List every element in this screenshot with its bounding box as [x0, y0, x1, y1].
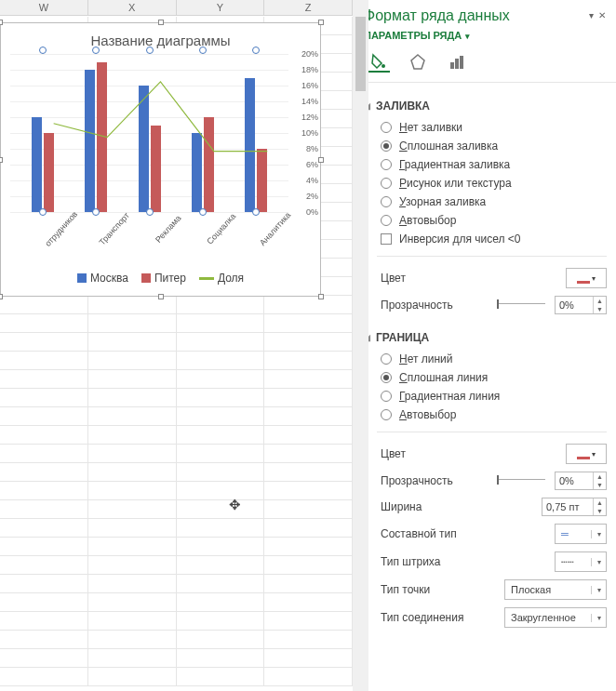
radio-icon	[381, 196, 392, 207]
bar-series-1[interactable]	[192, 133, 202, 212]
spreadsheet-area: W X Y Z	[0, 0, 354, 691]
radio-icon	[381, 140, 392, 152]
col-header[interactable]: W	[0, 0, 88, 15]
join-type-combo[interactable]: Закругленное▾	[504, 607, 607, 628]
chart-title[interactable]: Название диаграммы	[1, 23, 320, 54]
dash-type-label: Тип штриха	[381, 555, 545, 568]
border-color-picker[interactable]: ▾	[566, 444, 607, 464]
join-type-label: Тип соединения	[381, 611, 495, 624]
tab-series-options[interactable]	[446, 52, 468, 73]
resize-handle[interactable]	[0, 20, 3, 25]
dash-style-icon: ┄┄	[556, 556, 591, 568]
border-option[interactable]: Сплошная линия	[364, 368, 616, 387]
scrollbar-thumb[interactable]	[355, 17, 366, 91]
transparency-input[interactable]: 0%▲▼	[555, 296, 607, 314]
resize-handle[interactable]	[318, 157, 324, 163]
resize-handle[interactable]	[0, 294, 3, 299]
transparency-slider[interactable]	[499, 479, 545, 483]
pane-title: Формат ряда данных	[364, 7, 510, 24]
resize-handle[interactable]	[0, 157, 3, 163]
tab-fill-line[interactable]	[368, 52, 390, 73]
compound-type-combo[interactable]: ═▾	[555, 524, 607, 544]
compound-type-label: Составной тип	[381, 527, 545, 540]
fill-color-picker[interactable]: ▾	[566, 268, 607, 288]
radio-icon	[381, 409, 392, 420]
spinner-up-icon[interactable]: ▲	[593, 498, 606, 507]
transparency-input[interactable]: 0%▲▼	[555, 472, 607, 490]
bar-series-1[interactable]	[245, 78, 255, 213]
section-border-header[interactable]: ◢Граница	[364, 326, 616, 350]
border-width-label: Ширина	[381, 500, 532, 513]
tab-effects[interactable]	[407, 52, 429, 73]
resize-handle[interactable]	[158, 294, 164, 299]
width-input[interactable]: 0,75 пт▲▼	[542, 498, 607, 516]
fill-option[interactable]: Автовыбор	[364, 211, 616, 230]
radio-icon	[381, 353, 392, 365]
pane-tabs	[355, 48, 616, 83]
dash-type-combo[interactable]: ┄┄▾	[555, 551, 607, 572]
format-pane: Формат ряда данных ▾ ✕ Параметры ряда ◢З…	[354, 0, 616, 691]
radio-icon	[381, 391, 392, 402]
col-header[interactable]: Y	[177, 0, 265, 15]
border-option[interactable]: Нет линий	[364, 350, 616, 368]
line-style-icon: ═	[556, 528, 591, 539]
spinner-up-icon[interactable]: ▲	[593, 472, 606, 481]
fill-option[interactable]: Нет заливки	[364, 118, 616, 137]
bar-series-2[interactable]	[151, 126, 161, 213]
spinner-down-icon[interactable]: ▼	[593, 507, 606, 515]
border-transparency-label: Прозрачность	[381, 474, 489, 487]
legend-label: Питер	[154, 272, 186, 285]
fill-option[interactable]: Сплошная заливка	[364, 137, 616, 155]
fill-option[interactable]: Рисунок или текстура	[364, 174, 616, 193]
cell-cursor-icon: ✥	[229, 497, 241, 513]
close-icon[interactable]: ✕	[597, 11, 607, 20]
bar-series-2[interactable]	[204, 117, 214, 212]
resize-handle[interactable]	[318, 20, 324, 25]
section-fill-header[interactable]: ◢Заливка	[364, 94, 616, 118]
invert-negative-checkbox[interactable]: Инверсия для чисел <0	[364, 230, 616, 248]
bar-series-1[interactable]	[139, 86, 149, 212]
legend-swatch	[141, 273, 151, 283]
svg-point-0	[382, 64, 385, 68]
fill-option[interactable]: Градиентная заливка	[364, 155, 616, 174]
radio-icon	[381, 372, 392, 383]
border-option[interactable]: Градиентная линия	[364, 387, 616, 405]
pane-options-icon[interactable]: ▾	[586, 11, 596, 20]
resize-handle[interactable]	[158, 20, 164, 25]
spinner-up-icon[interactable]: ▲	[593, 297, 606, 305]
paint-bucket-icon	[577, 448, 590, 459]
column-headers: W X Y Z	[0, 0, 353, 16]
bar-series-1[interactable]	[32, 117, 42, 212]
embedded-chart[interactable]: Название диаграммы 0%2%4%6%8%10%12%14%16…	[0, 22, 321, 297]
svg-marker-1	[411, 55, 424, 69]
fill-transparency-label: Прозрачность	[381, 299, 489, 312]
spinner-down-icon[interactable]: ▼	[593, 481, 606, 489]
fill-option[interactable]: Узорная заливка	[364, 193, 616, 211]
svg-rect-3	[455, 59, 459, 69]
y-axis: 0%2%4%6%8%10%12%14%16%18%20%	[290, 54, 318, 212]
cap-type-combo[interactable]: Плоская▾	[504, 579, 607, 600]
col-header[interactable]: Z	[264, 0, 353, 15]
resize-handle[interactable]	[318, 294, 324, 299]
svg-rect-2	[450, 62, 454, 69]
legend-label: Москва	[90, 272, 128, 285]
col-header[interactable]: X	[88, 0, 177, 15]
spinner-down-icon[interactable]: ▼	[593, 305, 606, 313]
bar-series-2[interactable]	[97, 62, 107, 213]
radio-icon	[381, 159, 392, 170]
series-options-dropdown[interactable]: Параметры ряда	[355, 28, 616, 48]
border-option[interactable]: Автовыбор	[364, 405, 616, 424]
bar-series-1[interactable]	[85, 70, 95, 212]
pane-body: ◢Заливка Нет заливкиСплошная заливкаГрад…	[355, 83, 616, 691]
radio-icon	[381, 215, 392, 226]
vertical-scrollbar[interactable]	[353, 0, 368, 691]
transparency-slider[interactable]	[499, 303, 545, 307]
legend-label: Доля	[218, 272, 244, 285]
svg-rect-4	[460, 56, 463, 69]
radio-icon	[381, 122, 392, 133]
legend-swatch	[199, 277, 214, 280]
x-axis: отрудниковТранспортРекламаСоциалкаАналит…	[10, 212, 288, 259]
checkbox-icon	[381, 233, 392, 245]
paint-bucket-icon	[577, 272, 590, 284]
plot-area[interactable]: 0%2%4%6%8%10%12%14%16%18%20%	[10, 54, 288, 212]
